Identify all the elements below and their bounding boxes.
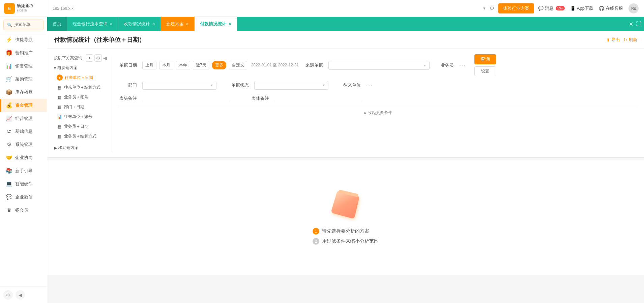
logo-name: 畅捷通巧 [17,3,33,9]
search-menu-btn[interactable]: 🔍 搜索菜单 [3,20,43,30]
sidebar-item-marketing[interactable]: 🎁 营销推广 [0,46,47,59]
sidebar-item-operation[interactable]: 📈 经营管理 [0,112,47,125]
messages-btn[interactable]: 💬 消息 99+ [538,5,565,11]
date-btn-more[interactable]: 更多 [212,61,226,69]
scheme-item-4[interactable]: 📊 往来单位＋账号 [54,112,107,121]
date-btn-last-month[interactable]: 上月 [142,61,156,69]
tab-home[interactable]: 首页 [47,17,67,31]
tab-payment-stats[interactable]: 付款情况统计 ✕ [195,17,237,31]
collapse-more-btn[interactable]: ∧ 收起更多条件 [118,107,637,118]
desktop-group-title[interactable]: ▾ 电脑端方案 [54,65,107,71]
tab-close-bank-flow[interactable]: ✕ [110,22,113,26]
sidebar-search[interactable]: 🔍 搜索菜单 [0,17,47,33]
refresh-btn[interactable]: ↻ 刷新 [623,37,637,43]
add-scheme-btn[interactable]: ＋ [86,54,93,62]
sidebar-item-system[interactable]: ⚙ 系统管理 [0,138,47,151]
tip-num-2: 2 [313,238,319,245]
scheme-grid-icon-5: ▦ [57,124,62,129]
sidebar-bottom: ⚙ ◀ [0,286,47,303]
online-service-btn[interactable]: 🎧 在线客服 [599,5,623,11]
tab-close-all-btn[interactable]: ✕ [629,21,633,27]
export-icon: ⬆ [606,37,610,42]
tab-bank-flow[interactable]: 现金银行流水查询 ✕ [67,17,118,31]
tab-close-payment-stats[interactable]: ✕ [228,22,231,26]
date-btn-this-month[interactable]: 本月 [159,61,173,69]
dept-select[interactable]: ▾ [142,81,216,90]
sidebar-item-vip[interactable]: ♛ 畅会员 [0,204,47,217]
collapse-scheme-btn[interactable]: ◀ [103,55,107,61]
sidebar-item-guide[interactable]: 📚 新手引导 [0,164,47,177]
sidebar-item-wechat[interactable]: 💬 企业微信 [0,190,47,204]
filter-section: 按以下方案查询 ＋ ⚙ ◀ ▾ 电脑端方案 ● 往来单位＋日期 [47,49,644,158]
message-icon: 💬 [538,6,544,11]
operation-icon: 📈 [6,115,12,122]
quick-nav-icon: ⚡ [6,36,12,43]
settings-bottom-icon[interactable]: ⚙ [3,290,13,300]
scheme-item-5[interactable]: ▦ 业务员＋日期 [54,122,107,131]
tabbar: 首页 现金银行流水查询 ✕ 收款情况统计 ✕ 新建方案 ✕ 付款情况统计 ✕ ✕… [47,17,644,31]
salesperson-label: 业务员 [435,62,454,68]
app-download-btn[interactable]: 📱 App下载 [570,5,593,11]
filter-row-3: 表头备注 表体备注 [118,94,637,102]
sidebar-item-purchase[interactable]: 🛒 采购管理 [0,72,47,86]
scheme-sidebar: 按以下方案查询 ＋ ⚙ ◀ ▾ 电脑端方案 ● 往来单位＋日期 [54,54,111,152]
sidebar-item-finance[interactable]: 💰 资金管理 [0,99,47,112]
export-btn[interactable]: ⬆ 导出 [606,37,620,43]
query-btn[interactable]: 查询 [474,54,496,64]
sidebar-item-quick-nav[interactable]: ⚡ 快捷导航 [0,33,47,46]
collapse-sidebar-btn[interactable]: ◀ [16,290,25,300]
mobile-group-title[interactable]: ▶ 移动端方案 [54,144,107,152]
scheme-item-3[interactable]: ▦ 部门＋日期 [54,102,107,112]
salesperson-select[interactable]: ··· [459,62,466,68]
sidebar-nav: ⚡ 快捷导航 🎁 营销推广 📊 销售管理 🛒 采购管理 📦 库存核算 💰 资金管… [0,33,47,286]
basic-icon: 🗂 [6,128,12,134]
scheme-settings-btn[interactable]: ⚙ [94,54,102,62]
message-badge: 99+ [556,6,565,10]
settings-gear-icon[interactable]: ⚙ [490,5,494,11]
sidebar-item-basic[interactable]: 🗂 基础信息 [0,125,47,138]
sidebar-item-hardware[interactable]: 💻 智能硬件 [0,177,47,190]
content-area: 付款情况统计（往来单位＋日期） ⬆ 导出 ↻ 刷新 按以下方案查询 ＋ [47,31,644,303]
partner-select[interactable]: ··· [366,82,373,88]
enterprise-icon: 🤝 [6,154,12,161]
scheme-item-1[interactable]: ▦ 往来单位＋结算方式 [54,83,107,92]
date-range-text: 2022-01-01 至 2022-12-31 [251,62,299,68]
sidebar-item-sales[interactable]: 📊 销售管理 [0,59,47,72]
refresh-icon: ↻ [623,37,627,42]
hardware-icon: 💻 [6,181,12,187]
tab-maximize-btn[interactable]: ⛶ [636,21,641,27]
date-btn-this-year[interactable]: 本年 [176,61,190,69]
date-label: 单据日期 [118,62,137,68]
finance-icon: 💰 [6,102,12,109]
tab-close-new-scheme[interactable]: ✕ [186,22,189,26]
scheme-item-0[interactable]: ● 往来单位＋日期 [54,73,107,82]
source-select[interactable]: ▾ [328,61,430,70]
table-body-note-label: 表体备注 [249,95,269,101]
sidebar-item-enterprise[interactable]: 🤝 企业协同 [0,151,47,164]
sidebar-item-inventory[interactable]: 📦 库存核算 [0,86,47,99]
settings-form-btn[interactable]: 设置 [474,66,496,76]
table-header-note-input[interactable] [142,94,230,102]
main-area: 192.168.x.x ▾ ⚙ 体验行业方案 💬 消息 99+ 📱 App下载 … [47,0,644,303]
group-arrow-icon: ▾ [54,66,56,70]
logo: 6 畅捷通巧 标准版 [0,0,47,17]
tab-collection-stats[interactable]: 收款情况统计 ✕ [118,17,161,31]
doc-status-select[interactable]: ▾ [254,81,328,90]
date-btn-last-7days[interactable]: 近7天 [193,61,209,69]
scheme-grid-icon-1: ▦ [57,85,62,90]
dropdown-icon[interactable]: ▾ [483,6,486,11]
date-btn-custom[interactable]: 自定义 [229,61,247,69]
guide-icon: 📚 [6,168,12,174]
partner-label: 往来单位 [341,82,361,88]
trial-btn[interactable]: 体验行业方案 [498,3,534,13]
empty-icon [329,187,362,221]
scheme-item-2[interactable]: ▦ 业务员＋账号 [54,93,107,102]
table-body-note-input[interactable] [274,94,362,102]
search-icon: 🔍 [7,23,12,27]
tab-new-scheme[interactable]: 新建方案 ✕ [161,17,195,31]
scheme-item-6[interactable]: ▦ 业务员＋结算方式 [54,132,107,141]
user-avatar[interactable]: Rit [628,3,639,13]
tab-close-collection[interactable]: ✕ [152,22,155,26]
mobile-group-arrow: ▶ [54,146,57,150]
empty-state: 1 请先选择要分析的方案 2 用过滤条件来缩小分析范围 [47,160,644,275]
